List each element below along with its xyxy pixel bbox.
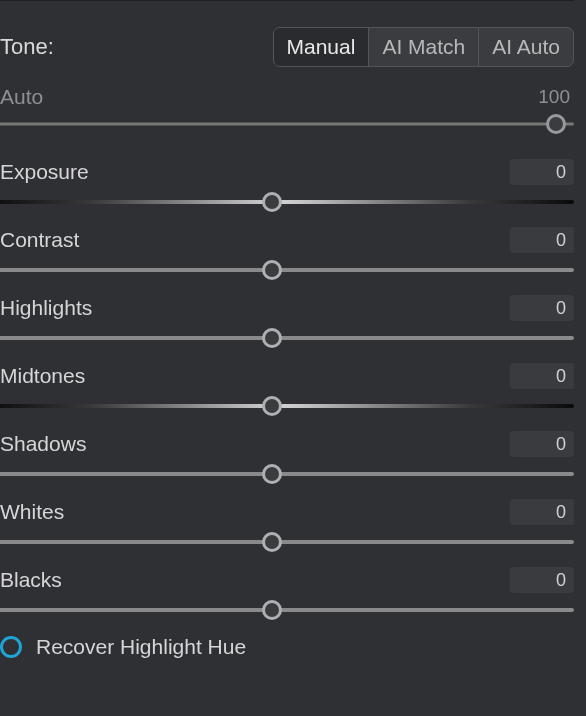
- slider-row-exposure: Exposure0: [0, 159, 574, 209]
- slider-label-blacks: Blacks: [0, 568, 62, 592]
- slider-thumb[interactable]: [262, 328, 282, 348]
- slider-exposure[interactable]: [0, 195, 574, 209]
- slider-track: [0, 404, 574, 408]
- slider-track: [0, 540, 574, 544]
- slider-head: Blacks0: [0, 567, 574, 593]
- auto-slider-thumb[interactable]: [546, 114, 566, 134]
- tone-sliders-group: Exposure0Contrast0Highlights0Midtones0Sh…: [0, 159, 574, 617]
- slider-label-contrast: Contrast: [0, 228, 79, 252]
- slider-track: [0, 336, 574, 340]
- slider-value-whites[interactable]: 0: [510, 499, 574, 525]
- recover-highlight-hue-row[interactable]: Recover Highlight Hue: [0, 635, 574, 659]
- slider-value-exposure[interactable]: 0: [510, 159, 574, 185]
- auto-row: Auto 100: [0, 85, 574, 109]
- tone-mode-manual[interactable]: Manual: [274, 28, 369, 66]
- tone-mode-ai-auto[interactable]: AI Auto: [478, 28, 573, 66]
- slider-value-shadows[interactable]: 0: [510, 431, 574, 457]
- tone-label: Tone:: [0, 34, 54, 60]
- tone-mode-segmented: Manual AI Match AI Auto: [273, 27, 574, 67]
- slider-shadows[interactable]: [0, 467, 574, 481]
- slider-value-highlights[interactable]: 0: [510, 295, 574, 321]
- slider-track: [0, 268, 574, 272]
- slider-track: [0, 200, 574, 204]
- slider-label-whites: Whites: [0, 500, 64, 524]
- tone-mode-ai-match[interactable]: AI Match: [368, 28, 478, 66]
- auto-value: 100: [538, 86, 574, 108]
- slider-head: Shadows0: [0, 431, 574, 457]
- slider-thumb[interactable]: [262, 396, 282, 416]
- slider-row-contrast: Contrast0: [0, 227, 574, 277]
- slider-track: [0, 608, 574, 612]
- slider-value-contrast[interactable]: 0: [510, 227, 574, 253]
- slider-blacks[interactable]: [0, 603, 574, 617]
- slider-whites[interactable]: [0, 535, 574, 549]
- slider-label-exposure: Exposure: [0, 160, 89, 184]
- slider-highlights[interactable]: [0, 331, 574, 345]
- auto-label: Auto: [0, 85, 43, 109]
- slider-value-blacks[interactable]: 0: [510, 567, 574, 593]
- slider-row-shadows: Shadows0: [0, 431, 574, 481]
- slider-head: Exposure0: [0, 159, 574, 185]
- tone-panel: Tone: Manual AI Match AI Auto Auto 100 E…: [0, 0, 586, 716]
- slider-row-midtones: Midtones0: [0, 363, 574, 413]
- slider-thumb[interactable]: [262, 464, 282, 484]
- slider-head: Highlights0: [0, 295, 574, 321]
- panel-divider: [0, 0, 574, 7]
- slider-row-highlights: Highlights0: [0, 295, 574, 345]
- slider-value-midtones[interactable]: 0: [510, 363, 574, 389]
- slider-head: Midtones0: [0, 363, 574, 389]
- slider-thumb[interactable]: [262, 260, 282, 280]
- slider-row-blacks: Blacks0: [0, 567, 574, 617]
- recover-highlight-hue-label: Recover Highlight Hue: [36, 635, 246, 659]
- slider-head: Contrast0: [0, 227, 574, 253]
- auto-slider[interactable]: [0, 117, 574, 131]
- slider-label-shadows: Shadows: [0, 432, 86, 456]
- slider-thumb[interactable]: [262, 192, 282, 212]
- slider-midtones[interactable]: [0, 399, 574, 413]
- slider-label-midtones: Midtones: [0, 364, 85, 388]
- slider-track: [0, 472, 574, 476]
- slider-row-whites: Whites0: [0, 499, 574, 549]
- recover-highlight-hue-checkbox[interactable]: [0, 636, 22, 658]
- tone-header-row: Tone: Manual AI Match AI Auto: [0, 27, 574, 67]
- auto-slider-track: [0, 123, 574, 126]
- slider-thumb[interactable]: [262, 600, 282, 620]
- slider-contrast[interactable]: [0, 263, 574, 277]
- slider-label-highlights: Highlights: [0, 296, 92, 320]
- slider-head: Whites0: [0, 499, 574, 525]
- slider-thumb[interactable]: [262, 532, 282, 552]
